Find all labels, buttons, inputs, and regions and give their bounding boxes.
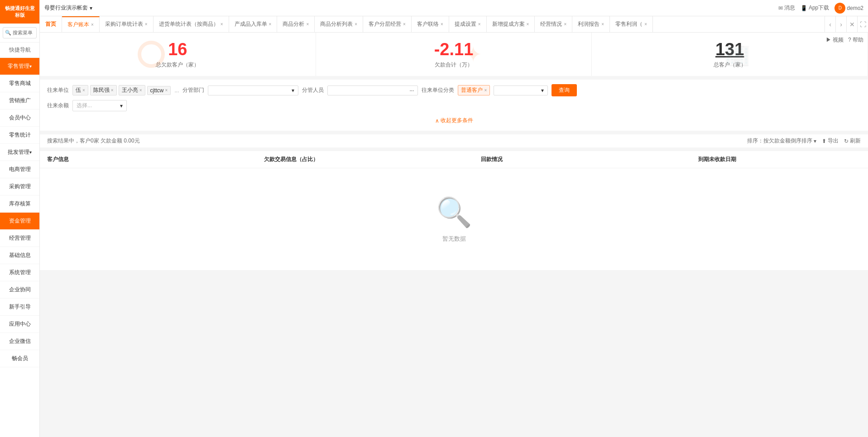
search-menu-button[interactable]: 🔍 搜索菜单 [3,27,37,38]
sidebar-item-电商管理[interactable]: 电商管理 [0,161,39,178]
tab-4[interactable]: 产成品入库单× [229,16,278,32]
sidebar-item-采购管理[interactable]: 采购管理 [0,178,39,195]
play-icon: ▶ [826,37,831,43]
sidebar-item-应用中心[interactable]: 应用中心 [0,316,39,333]
download-icon: 📱 [801,5,807,11]
tabs-container: 首页客户账本×采购订单统计表×进货单统计表（按商品）×产成品入库单×商品分析×商… [40,16,825,32]
more-icon: ··· [409,87,414,94]
tab-close-3[interactable]: × [221,22,223,27]
sidebar-item-新手引导[interactable]: 新手引导 [0,299,39,316]
tab-close-4[interactable]: × [269,22,272,27]
quick-nav-button[interactable]: 快捷导航 [0,43,39,58]
refresh-icon: ↻ [844,138,849,144]
tab-8[interactable]: 客户联络× [412,16,449,32]
tab-close-12[interactable]: × [601,22,604,27]
unit-class-select[interactable]: ▾ [494,86,548,95]
tab-10[interactable]: 新增提成方案× [487,16,535,32]
tabs-next-button[interactable]: › [835,16,846,33]
unit-class-tag-close[interactable]: × [484,88,487,93]
empty-icon: 🔍 [436,195,472,229]
chevron-up-icon: ∧ [435,118,439,124]
message-icon: ✉ [778,5,783,11]
tab-close-7[interactable]: × [403,22,406,27]
unit-class-tags: 普通客户 × [458,85,490,95]
tabs-fullscreen-button[interactable]: ⛶ [857,16,868,33]
tab-close-13[interactable]: × [644,22,647,27]
unit-tag-close[interactable]: × [111,88,114,93]
sidebar-item-零售统计[interactable]: 零售统计 [0,127,39,144]
unit-filter-more[interactable]: ... [174,87,179,94]
sidebar-item-畅会员[interactable]: 畅会员 [0,350,39,367]
tab-7[interactable]: 客户分层经营× [363,16,412,32]
person-filter-select[interactable]: ··· [327,86,418,95]
unit-class-label: 往来单位分类 [422,86,454,94]
sidebar-item-企业微信[interactable]: 企业微信 [0,333,39,350]
header-left: 母婴行业演示帐套 ▾ [44,4,92,12]
export-button[interactable]: ⬆ 导出 [822,137,839,145]
tab-9[interactable]: 提成设置× [449,16,487,32]
tab-close-2[interactable]: × [145,22,148,27]
stats-help: ▶ 视频 ? 帮助 [826,36,863,44]
help-link[interactable]: ? 帮助 [848,36,863,44]
tab-1[interactable]: 客户账本× [62,16,100,32]
tab-close-9[interactable]: × [478,22,481,27]
tab-close-11[interactable]: × [564,22,566,27]
tab-13[interactable]: 零售利润（× [610,16,653,32]
sidebar-item-营销推广[interactable]: 营销推广 [0,92,39,109]
tab-close-5[interactable]: × [306,22,309,27]
unit-tag-close[interactable]: × [139,88,142,93]
tab-close-10[interactable]: × [527,22,529,27]
sidebar-item-批发管理[interactable]: 批发管理 ▾ [0,144,39,161]
unit-tag-王小亮: 王小亮 × [119,85,145,95]
sidebar-item-资金管理[interactable]: 资金管理 [0,213,39,230]
tab-3[interactable]: 进货单统计表（按商品）× [153,16,229,32]
unit-tag-close[interactable]: × [82,88,85,93]
search-menu-container[interactable]: 🔍 搜索菜单 [0,24,39,43]
tab-11[interactable]: 经营情况× [535,16,572,32]
tabs-close-all-button[interactable]: ✕ [846,16,857,33]
query-button[interactable]: 查询 [551,84,577,96]
sidebar-item-库存核算[interactable]: 库存核算 [0,195,39,213]
unit-tag-cjttcw: cjttcw × [147,86,171,95]
refresh-button[interactable]: ↻ 刷新 [844,137,861,145]
main-area: 母婴行业演示帐套 ▾ ✉ 消息 📱 App下载 D demo2 首页客户账本×采… [40,0,868,437]
sort-selector[interactable]: 排序：按欠款金额倒序排序 ▾ [747,137,816,145]
user-avatar-button[interactable]: D demo2 [834,3,863,14]
stat-total-debt-amount: ✦ -2.11 欠款合计（万） [316,33,592,76]
unit-filter-label: 往来单位 [47,86,69,94]
export-icon: ⬆ [822,138,826,144]
sidebar-item-经营管理[interactable]: 经营管理 [0,230,39,247]
sidebar-item-零售管理[interactable]: 零售管理 ▾ [0,58,39,75]
data-table: 客户信息欠款交易信息（占比）回款情况到期未收款日期 🔍 暂无数据 [40,151,868,270]
tab-close-1[interactable]: × [91,22,94,27]
sidebar-item-零售商城[interactable]: 零售商城 [0,75,39,92]
tab-6[interactable]: 商品分析列表× [315,16,363,32]
sidebar-item-基础信息[interactable]: 基础信息 [0,247,39,264]
tab-2[interactable]: 采购订单统计表× [100,16,153,32]
video-help-link[interactable]: ▶ 视频 [826,36,844,44]
balance-filter-select[interactable]: 选择... ▾ [72,100,127,111]
sidebar-item-企业协同[interactable]: 企业协同 [0,281,39,299]
filter-area: 往来单位 伍 ×陈民强 ×王小亮 ×cjttcw × ... 分管部门 ▾ 分管… [40,80,868,131]
sidebar-item-会员中心[interactable]: 会员中心 [0,109,39,127]
sidebar-item-系统管理[interactable]: 系统管理 [0,264,39,281]
tab-12[interactable]: 利润报告× [572,16,610,32]
table-header-3: 到期未收款日期 [698,156,861,163]
dept-filter-select[interactable]: ▾ [208,86,298,95]
stat-bg-icon-3: 🏢 [724,42,751,67]
balance-filter-label: 往来余额 [47,102,69,109]
app-download-button[interactable]: 📱 App下载 [801,4,829,12]
tab-close-6[interactable]: × [355,22,357,27]
unit-filter-tags: 伍 ×陈民强 ×王小亮 ×cjttcw × [72,85,171,95]
collapse-button[interactable]: ∧ 收起更多条件 [49,117,859,124]
tab-5[interactable]: 商品分析× [277,16,315,32]
message-button[interactable]: ✉ 消息 [778,4,795,12]
tabs-prev-button[interactable]: ‹ [825,16,835,33]
stat-total-debt-customers: 16 总欠款客户（家） [40,33,316,76]
tabs-nav: ‹ › ✕ ⛶ [825,16,868,33]
stat-label-1: 总欠款客户（家） [156,61,199,69]
unit-tag-close[interactable]: × [165,88,168,93]
tab-close-8[interactable]: × [441,22,443,27]
tab-0[interactable]: 首页 [40,16,62,32]
industry-selector[interactable]: 母婴行业演示帐套 ▾ [44,4,92,12]
